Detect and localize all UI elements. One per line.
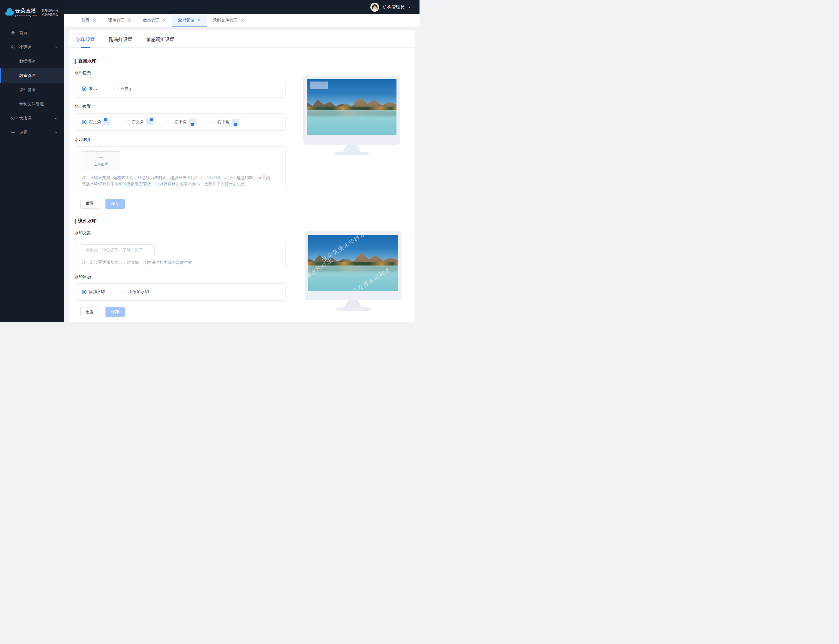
subtab-divider (69, 48, 415, 48)
section-title: 课件水印 (74, 218, 302, 224)
sidebar-item-label: 首页 (19, 30, 27, 36)
watermark-subtabs: 水印设置 跑马灯设置 敏感词汇设置 (69, 30, 415, 43)
chevron-up-icon (54, 45, 58, 49)
sidebar-item-data-overview[interactable]: 数据概览 (0, 54, 64, 68)
tab-label: 教室管理 (143, 18, 159, 23)
sidebar-item-large-class[interactable]: 大班课 (0, 111, 64, 125)
chevron-down-icon (407, 5, 411, 9)
radio-display-hide[interactable]: 不显示 (113, 86, 133, 91)
upload-image-button[interactable]: 上传图片 (82, 151, 120, 169)
subtab-marquee-settings[interactable]: 跑马灯设置 (109, 37, 132, 43)
section-title-text: 课件水印 (78, 218, 97, 224)
tab-recording-management[interactable]: 录制文件管理 (207, 14, 250, 26)
sidebar-item-courseware-management[interactable]: 课件管理 (0, 83, 64, 97)
reset-button[interactable]: 重置 (81, 199, 99, 209)
watermark-add-group: 添加水印 不添加水印 (74, 283, 286, 301)
sidebar-item-label: 课件管理 (19, 87, 36, 93)
courseware-watermark-preview-monitor: 云朵直播水印样本 云朵直播水印样本 云朵直播水印样本 云朵直播水印样本 (305, 231, 401, 310)
monitor-stand-base (336, 307, 370, 310)
watermark-position-label: 水印位置 (74, 104, 302, 109)
tab-home[interactable]: 首页 (75, 14, 102, 26)
radio-unselected-icon (113, 87, 118, 91)
watermark-text-box: 注：若设置为添加水印，对直播上传的课件和生成的回放生效 (74, 240, 286, 269)
watermark-text-note: 注：若设置为添加水印，对直播上传的课件和生成的回放生效 (82, 260, 271, 266)
brand-tagline: 教育机构一站 式服务云平台 (42, 8, 58, 16)
active-subtab-indicator (81, 47, 90, 48)
sidebar-item-label: 教室管理 (19, 73, 36, 78)
sidebar-item-label: 设置 (19, 130, 27, 135)
tab-courseware-management[interactable]: 课件管理 (102, 14, 137, 26)
watermark-image-label: 水印图片 (74, 137, 302, 142)
reset-button[interactable]: 重置 (81, 307, 99, 317)
brand-text: 云朵直播 yunduoketang com (15, 8, 37, 16)
section-title: 直播水印 (74, 58, 302, 64)
tab-label: 课件管理 (108, 18, 124, 23)
top-header: 机构管理员 (64, 0, 420, 14)
sidebar-item-label: 大班课 (19, 116, 31, 121)
subtab-watermark-settings[interactable]: 水印设置 (76, 37, 95, 43)
logo-divider (39, 8, 40, 17)
section-title-bar (74, 59, 76, 64)
radio-position-top-left[interactable]: 左上角 (82, 119, 110, 125)
radio-unselected-icon (122, 290, 126, 294)
app-window: 云朵直播 yunduoketang com 教育机构一站 式服务云平台 首页 小… (0, 0, 420, 322)
radio-position-top-right[interactable]: 右上角 (125, 119, 153, 125)
home-icon (10, 30, 15, 35)
sidebar-item-label: 录制文件管理 (19, 102, 44, 107)
close-icon[interactable] (93, 19, 96, 22)
watermark-position-group: 左上角 右上角 左下角 右下角 (74, 113, 286, 131)
radio-selected-icon (82, 290, 87, 294)
small-class-icon (10, 44, 15, 49)
brand-tagline-line2: 式服务云平台 (42, 13, 58, 16)
sidebar-item-small-class[interactable]: 小班课 (0, 40, 64, 54)
brand-domain: yunduoketang com (15, 14, 37, 16)
radio-unselected-icon (125, 120, 129, 124)
radio-unselected-icon (168, 120, 172, 124)
live-watermark-actions: 重置 保存 (74, 199, 302, 209)
sidebar-item-recording-management[interactable]: 录制文件管理 (0, 97, 64, 111)
sidebar-item-classroom-management[interactable]: 教室管理 (0, 68, 64, 83)
main-content: 水印设置 跑马灯设置 敏感词汇设置 直播水印 水印显示 显示 (64, 26, 420, 322)
cloud-logo-icon (5, 8, 15, 18)
user-menu[interactable]: 机构管理员 (370, 3, 411, 12)
gear-icon (10, 130, 15, 135)
close-icon[interactable] (163, 19, 166, 22)
close-icon[interactable] (128, 19, 131, 22)
position-preview-top-right (146, 119, 153, 125)
save-button[interactable]: 保存 (105, 307, 125, 317)
position-preview-top-left (104, 119, 110, 125)
tab-global-management[interactable]: 全局管理 (172, 14, 207, 26)
monitor-screen (307, 79, 397, 135)
radio-add-watermark[interactable]: 添加水印 (82, 289, 105, 295)
live-watermark-preview-monitor (303, 76, 400, 155)
radio-position-bottom-right[interactable]: 右下角 (210, 119, 239, 125)
sidebar-item-settings[interactable]: 设置 (0, 125, 64, 140)
user-name: 机构管理员 (383, 4, 405, 10)
radio-position-bottom-left[interactable]: 左下角 (168, 119, 196, 125)
watermark-image-note: 注：水印只支持png格式图片，且必须为透明底。建议最佳图片尺寸：174*80，大… (82, 175, 271, 187)
save-button[interactable]: 保存 (105, 199, 125, 209)
radio-no-watermark[interactable]: 不添加水印 (122, 289, 149, 295)
brand-name: 云朵直播 (15, 8, 37, 13)
watermark-text-input[interactable] (82, 244, 155, 255)
courseware-watermark-actions: 重置 保存 (74, 307, 302, 317)
large-class-icon (10, 116, 15, 121)
subtab-sensitive-words-settings[interactable]: 敏感词汇设置 (146, 37, 174, 43)
section-title-text: 直播水印 (78, 58, 97, 64)
close-icon[interactable] (198, 19, 201, 21)
sidebar-nav: 首页 小班课 数据概览 教室管理 课件管理 录制文件管理 (0, 26, 64, 140)
avatar (370, 3, 379, 12)
monitor-stand-neck (343, 145, 360, 152)
position-preview-bottom-left (189, 119, 196, 125)
close-icon[interactable] (241, 19, 244, 22)
sidebar-item-home[interactable]: 首页 (0, 26, 64, 40)
plus-icon (98, 154, 104, 161)
page-tabbar: 首页 课件管理 教室管理 全局管理 录制文件管理 (64, 14, 420, 26)
radio-selected-icon (82, 120, 87, 124)
monitor-stand-neck (345, 300, 362, 307)
radio-display-show[interactable]: 显示 (82, 86, 97, 91)
chevron-down-icon (54, 131, 58, 135)
monitor-frame: 云朵直播水印样本 云朵直播水印样本 云朵直播水印样本 云朵直播水印样本 (305, 231, 401, 300)
radio-unselected-icon (210, 120, 215, 124)
tab-classroom-management[interactable]: 教室管理 (137, 14, 172, 26)
